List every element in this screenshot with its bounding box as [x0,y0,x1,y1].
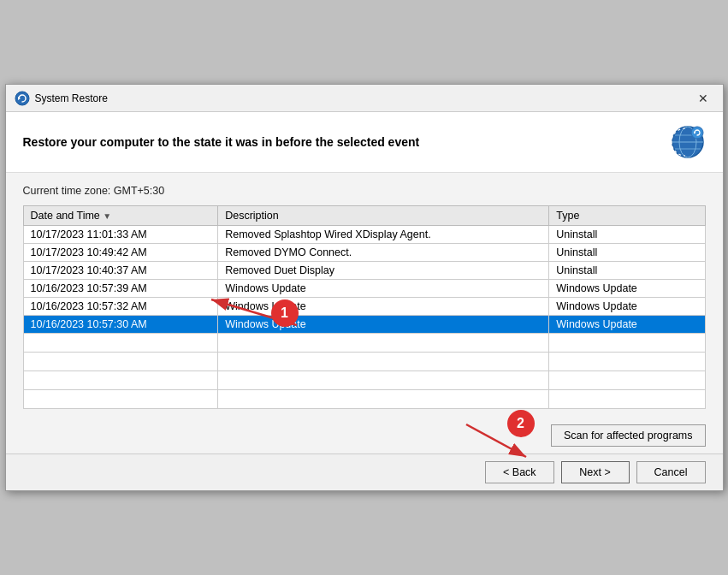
scan-for-programs-button[interactable]: Scan for affected programs [551,424,706,447]
table-row[interactable]: 10/16/2023 10:57:30 AMWindows UpdateWind… [23,316,705,334]
cell-description: Removed Duet Display [218,262,549,280]
cell-datetime: 10/17/2023 10:49:42 AM [23,244,218,262]
next-button[interactable]: Next > [561,461,630,483]
svg-point-7 [691,127,703,139]
cell-description: Windows Update [218,280,549,298]
title-bar: System Restore ✕ [6,85,723,112]
footer-top: Scan for affected programs [6,418,723,453]
col-header-description[interactable]: Description [218,206,549,226]
cancel-button[interactable]: Cancel [636,461,706,483]
col-header-type[interactable]: Type [549,206,705,226]
cell-description: Windows Update [218,298,549,316]
cell-datetime: 10/16/2023 10:57:30 AM [23,316,218,334]
table-wrapper: Date and Time ▼ Description Type 10/17/2… [23,205,706,409]
cell-description: Removed Splashtop Wired XDisplay Agent. [218,226,549,244]
title-text: System Restore [35,92,108,104]
cell-description: Removed DYMO Connect. [218,244,549,262]
restore-globe-icon [670,124,706,160]
table-row-empty [23,390,705,409]
table-row[interactable]: 10/17/2023 10:49:42 AMRemoved DYMO Conne… [23,244,705,262]
cell-type: Uninstall [549,244,705,262]
cell-type: Windows Update [549,316,705,334]
system-restore-dialog: System Restore ✕ Restore your computer t… [5,84,724,491]
cell-datetime: 10/17/2023 10:40:37 AM [23,262,218,280]
restore-table: Date and Time ▼ Description Type 10/17/2… [23,205,706,409]
table-row[interactable]: 10/17/2023 10:40:37 AMRemoved Duet Displ… [23,262,705,280]
table-row-empty [23,353,705,371]
table-row[interactable]: 10/17/2023 11:01:33 AMRemoved Splashtop … [23,226,705,244]
content-section: Current time zone: GMT+5:30 Date and Tim… [6,173,723,418]
svg-point-0 [15,92,29,105]
cell-type: Windows Update [549,298,705,316]
cell-datetime: 10/16/2023 10:57:32 AM [23,298,218,316]
table-header-row: Date and Time ▼ Description Type [23,206,705,226]
cell-datetime: 10/16/2023 10:57:39 AM [23,280,218,298]
timezone-label: Current time zone: GMT+5:30 [23,185,706,197]
sort-arrow-icon: ▼ [103,211,111,221]
cell-type: Windows Update [549,280,705,298]
cell-description: Windows Update [218,316,549,334]
cell-type: Uninstall [549,226,705,244]
cell-datetime: 10/17/2023 11:01:33 AM [23,226,218,244]
table-row[interactable]: 10/16/2023 10:57:32 AMWindows UpdateWind… [23,298,705,316]
footer-bottom: 2 < Back Next > Cancel [6,453,723,490]
col-header-datetime[interactable]: Date and Time ▼ [23,206,218,226]
table-row-empty [23,334,705,353]
title-bar-left: System Restore [15,91,108,106]
table-row-empty [23,371,705,390]
header-section: Restore your computer to the state it wa… [6,112,723,173]
close-button[interactable]: ✕ [692,89,714,108]
system-restore-icon [15,91,30,106]
back-button[interactable]: < Back [485,461,554,483]
cell-type: Uninstall [549,262,705,280]
table-row[interactable]: 10/16/2023 10:57:39 AMWindows UpdateWind… [23,280,705,298]
header-title: Restore your computer to the state it wa… [23,135,420,149]
